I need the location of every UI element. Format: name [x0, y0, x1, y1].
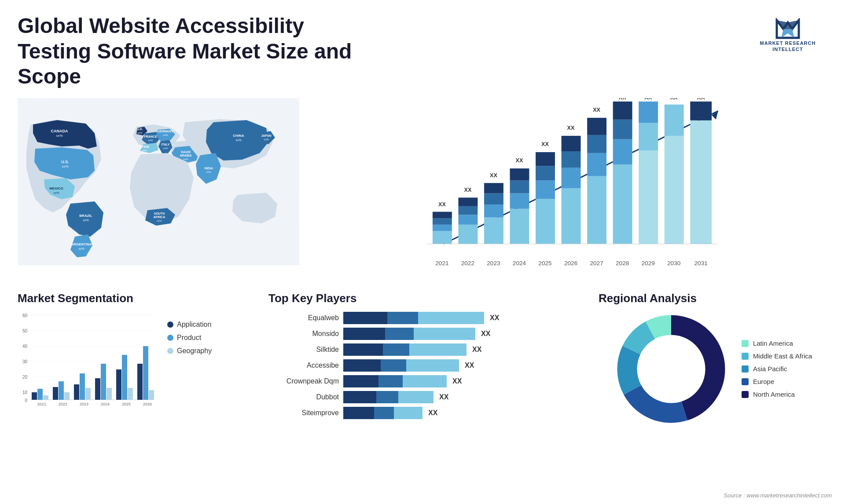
- svg-rect-82: [613, 120, 632, 139]
- key-players-section: Top Key Players Equalweb XX Monsido: [260, 287, 581, 431]
- legend-application: Application: [167, 321, 212, 329]
- player-name: Equalweb: [268, 314, 339, 322]
- player-bar: [343, 407, 422, 419]
- svg-rect-41: [433, 212, 452, 218]
- legend-latin-america: Latin America: [742, 340, 812, 347]
- svg-rect-138: [137, 364, 143, 400]
- svg-rect-50: [484, 217, 503, 244]
- svg-text:XX: XX: [593, 107, 600, 113]
- player-row: Dubbot XX: [268, 391, 572, 403]
- donut-chart-svg: [614, 312, 728, 426]
- bar-segment: [398, 391, 434, 403]
- svg-text:XX: XX: [438, 201, 446, 208]
- player-bar: [343, 328, 475, 340]
- seg-legend: Application Product Geography: [167, 312, 212, 355]
- svg-rect-90: [665, 136, 684, 244]
- world-map-svg: CANADA xx% U.S. xx% MEXICO xx% BRAZIL xx…: [18, 98, 299, 265]
- player-value: XX: [472, 346, 481, 354]
- svg-text:30: 30: [22, 359, 28, 364]
- svg-text:2025: 2025: [538, 260, 552, 267]
- player-value: XX: [490, 314, 499, 322]
- player-name: Monsido: [268, 330, 339, 338]
- asia-pacific-label: Asia Pacific: [753, 365, 787, 373]
- legend-geography: Geography: [167, 347, 212, 355]
- player-bar: [343, 359, 459, 372]
- svg-rect-74: [587, 176, 606, 244]
- svg-rect-86: [639, 150, 658, 244]
- svg-rect-65: [536, 152, 555, 166]
- map-container: CANADA xx% U.S. xx% MEXICO xx% BRAZIL xx…: [18, 98, 299, 265]
- player-value: XX: [428, 409, 437, 417]
- svg-rect-57: [510, 193, 529, 208]
- svg-rect-83: [613, 102, 632, 120]
- svg-rect-62: [536, 199, 555, 244]
- bar-chart-svg: XX 2021 XX 2022 XX 2023: [326, 98, 819, 274]
- header: Global Website Accessibility Testing Sof…: [0, 0, 845, 94]
- svg-text:xx%: xx%: [157, 219, 162, 222]
- player-bar-container: XX: [343, 328, 572, 340]
- player-value: XX: [452, 377, 462, 385]
- svg-rect-53: [484, 183, 503, 193]
- bar-segment: [343, 407, 374, 419]
- bar-segment: [343, 359, 381, 372]
- player-row: Monsido XX: [268, 328, 572, 340]
- svg-rect-134: [116, 369, 121, 400]
- svg-text:xx%: xx%: [142, 149, 147, 152]
- latin-america-color: [742, 340, 749, 347]
- latin-america-label: Latin America: [753, 340, 793, 347]
- svg-rect-51: [484, 205, 503, 217]
- svg-rect-118: [32, 392, 37, 400]
- player-row: Silktide XX: [268, 343, 572, 356]
- svg-text:xx%: xx%: [235, 139, 241, 142]
- legend-asia-pacific: Asia Pacific: [742, 365, 812, 373]
- svg-text:xx%: xx%: [62, 164, 68, 168]
- player-value: XX: [465, 362, 474, 369]
- middle-east-africa-label: Middle East & Africa: [753, 352, 812, 360]
- svg-rect-88: [639, 102, 658, 123]
- svg-rect-120: [43, 395, 48, 400]
- legend-europe: Europe: [742, 378, 812, 385]
- svg-text:GERMANY: GERMANY: [158, 130, 173, 133]
- player-bar-container: XX: [343, 312, 572, 324]
- svg-rect-130: [95, 378, 100, 400]
- svg-rect-40: [433, 218, 452, 225]
- player-name: Silktide: [268, 346, 339, 354]
- segmentation-section: Market Segmentation 60 50 40 30 20 10 0: [9, 287, 251, 431]
- svg-rect-39: [433, 225, 452, 231]
- svg-text:CANADA: CANADA: [51, 129, 68, 133]
- svg-text:2026: 2026: [143, 402, 152, 406]
- svg-text:2024: 2024: [101, 402, 110, 406]
- svg-text:0: 0: [25, 398, 27, 403]
- svg-rect-70: [562, 151, 581, 168]
- svg-rect-122: [53, 387, 58, 400]
- svg-rect-63: [536, 180, 555, 199]
- bar-segment: [403, 375, 447, 387]
- geography-label: Geography: [177, 347, 212, 355]
- svg-text:BRAZIL: BRAZIL: [79, 214, 92, 218]
- logo-text: MARKET RESEARCH INTELLECT: [748, 40, 827, 53]
- svg-text:XX: XX: [644, 98, 652, 101]
- svg-text:xx%: xx%: [183, 158, 188, 161]
- svg-text:XX: XX: [670, 98, 678, 101]
- svg-text:2022: 2022: [461, 260, 474, 267]
- svg-rect-68: [562, 188, 581, 244]
- svg-text:2029: 2029: [642, 260, 655, 267]
- svg-rect-69: [562, 168, 581, 188]
- svg-text:ITALY: ITALY: [161, 143, 169, 146]
- svg-rect-71: [562, 136, 581, 151]
- player-row: Siteimprove XX: [268, 407, 572, 419]
- svg-text:XX: XX: [697, 98, 705, 101]
- player-row: Accessibe XX: [268, 359, 572, 372]
- svg-text:SOUTH: SOUTH: [154, 212, 165, 215]
- svg-rect-38: [433, 231, 452, 244]
- svg-text:U.S.: U.S.: [61, 160, 69, 164]
- svg-text:XX: XX: [516, 157, 523, 164]
- svg-rect-128: [85, 388, 91, 400]
- bar-segment: [343, 375, 378, 387]
- svg-text:XX: XX: [541, 141, 549, 147]
- svg-rect-123: [59, 381, 64, 400]
- svg-text:60: 60: [22, 313, 28, 318]
- svg-text:2025: 2025: [122, 402, 131, 406]
- player-row: Equalweb XX: [268, 312, 572, 324]
- bar-segment: [378, 375, 403, 387]
